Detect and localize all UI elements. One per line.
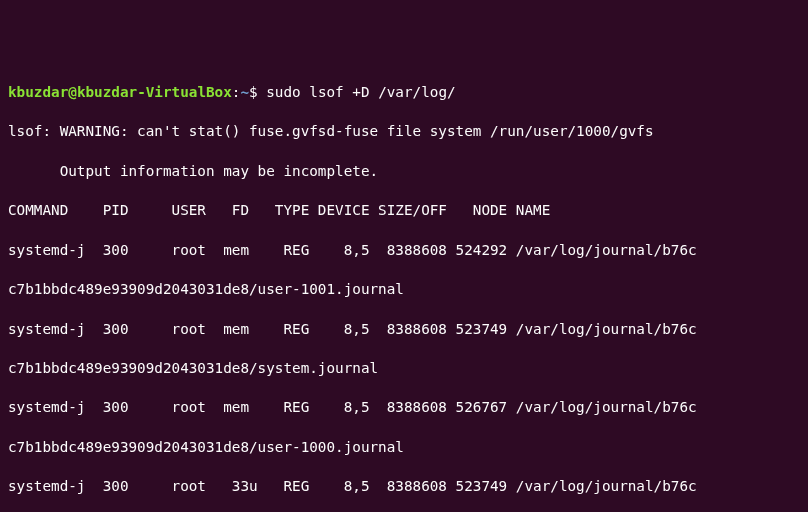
lsof-row: c7b1bbdc489e93909d2043031de8/user-1000.j… (8, 438, 804, 458)
prompt-host: kbuzdar-VirtualBox (77, 84, 232, 100)
lsof-header: COMMAND PID USER FD TYPE DEVICE SIZE/OFF… (8, 201, 804, 221)
command-text: sudo lsof +D /var/log/ (266, 84, 455, 100)
lsof-row: systemd-j 300 root 33u REG 8,5 8388608 5… (8, 477, 804, 497)
prompt-dollar: $ (249, 84, 266, 100)
warning-line-2: Output information may be incomplete. (8, 162, 804, 182)
lsof-row: systemd-j 300 root mem REG 8,5 8388608 5… (8, 320, 804, 340)
prompt-path: ~ (240, 84, 249, 100)
prompt-at: @ (68, 84, 77, 100)
prompt-line[interactable]: kbuzdar@kbuzdar-VirtualBox:~$ sudo lsof … (8, 83, 804, 103)
lsof-row: systemd-j 300 root mem REG 8,5 8388608 5… (8, 398, 804, 418)
lsof-row: c7b1bbdc489e93909d2043031de8/system.jour… (8, 359, 804, 379)
prompt-user: kbuzdar (8, 84, 68, 100)
warning-line-1: lsof: WARNING: can't stat() fuse.gvfsd-f… (8, 122, 804, 142)
lsof-row: systemd-j 300 root mem REG 8,5 8388608 5… (8, 241, 804, 261)
lsof-row: c7b1bbdc489e93909d2043031de8/user-1001.j… (8, 280, 804, 300)
